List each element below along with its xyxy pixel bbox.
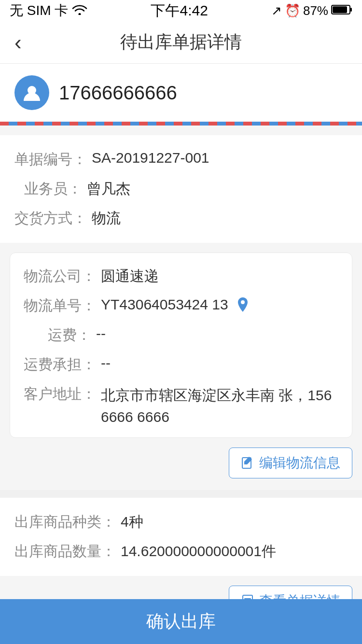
logistics-company-value: 圆通速递 [101, 266, 338, 286]
battery-level: 87% [303, 3, 328, 18]
dashed-separator [0, 122, 362, 126]
document-number-label: 单据编号： [14, 150, 87, 169]
document-number-row: 单据编号： SA-20191227-001 [14, 150, 348, 169]
freight-bear-row: 运费承担： -- [24, 355, 338, 375]
customer-header: 17666666666 [0, 64, 362, 122]
goods-section: 出库商品种类： 4种 出库商品数量： 14.620000000000001件 [0, 498, 362, 576]
page-title: 待出库单据详情 [120, 30, 242, 54]
goods-quantity-row: 出库商品数量： 14.620000000000001件 [14, 542, 348, 561]
goods-types-value: 4种 [121, 512, 143, 532]
gray-divider [0, 490, 362, 498]
goods-quantity-value: 14.620000000000001件 [121, 542, 276, 561]
delivery-label: 交货方式： [14, 209, 87, 228]
address-label: 客户地址： [24, 384, 96, 404]
edit-icon [241, 456, 254, 470]
tracking-number-row: 物流单号： YT43064053424 13 [24, 296, 338, 316]
back-button[interactable]: ‹ [14, 32, 22, 53]
freight-label: 运费： [24, 325, 91, 345]
customer-phone: 17666666666 [59, 82, 177, 104]
tracking-number-text: YT43064053424 13 [101, 296, 228, 313]
document-number-value: SA-20191227-001 [92, 150, 348, 166]
goods-types-row: 出库商品种类： 4种 [14, 512, 348, 532]
status-left: 无 SIM 卡 [10, 1, 87, 20]
edit-logistics-button[interactable]: 编辑物流信息 [229, 448, 352, 478]
logistics-company-label: 物流公司： [24, 266, 96, 286]
logistics-card: 物流公司： 圆通速递 物流单号： YT43064053424 13 运费： --… [10, 252, 352, 438]
confirm-button[interactable]: 确认出库 [146, 610, 216, 633]
tracking-location-icon [234, 296, 251, 313]
salesman-value: 曾凡杰 [87, 179, 348, 199]
edit-logistics-label: 编辑物流信息 [259, 454, 340, 472]
freight-bear-label: 运费承担： [24, 355, 96, 375]
sim-status: 无 SIM 卡 [10, 1, 68, 20]
salesman-row: 业务员： 曾凡杰 [14, 179, 348, 199]
tracking-number-value-container: YT43064053424 13 [101, 296, 338, 313]
svg-rect-1 [333, 6, 347, 13]
status-right: ↗ ⏰ 87% [271, 3, 352, 18]
freight-value: -- [96, 325, 338, 342]
edit-button-row: 编辑物流信息 [0, 438, 362, 478]
tracking-number-label: 物流单号： [24, 296, 96, 316]
nav-bar: ‹ 待出库单据详情 [0, 21, 362, 64]
salesman-label: 业务员： [14, 179, 82, 199]
svg-rect-2 [350, 8, 352, 12]
address-row: 客户地址： 北京市市辖区海淀区永丰南 张，156 6666 6666 [24, 384, 338, 428]
freight-row: 运费： -- [24, 325, 338, 345]
status-time: 下午4:42 [151, 1, 208, 21]
alarm-icon: ⏰ [285, 3, 300, 18]
status-bar: 无 SIM 卡 下午4:42 ↗ ⏰ 87% [0, 0, 362, 21]
wifi-icon [72, 3, 87, 18]
address-value: 北京市市辖区海淀区永丰南 张，156 6666 6666 [101, 384, 338, 428]
battery-icon [331, 3, 352, 18]
logistics-company-row: 物流公司： 圆通速递 [24, 266, 338, 286]
delivery-value: 物流 [92, 209, 348, 228]
goods-quantity-label: 出库商品数量： [14, 542, 116, 561]
location-status-icon: ↗ [271, 3, 282, 18]
avatar [14, 75, 49, 110]
order-info-section: 单据编号： SA-20191227-001 业务员： 曾凡杰 交货方式： 物流 [0, 135, 362, 243]
delivery-row: 交货方式： 物流 [14, 209, 348, 228]
confirm-button-container[interactable]: 确认出库 [0, 599, 362, 644]
goods-types-label: 出库商品种类： [14, 512, 116, 532]
freight-bear-value: -- [101, 355, 338, 371]
